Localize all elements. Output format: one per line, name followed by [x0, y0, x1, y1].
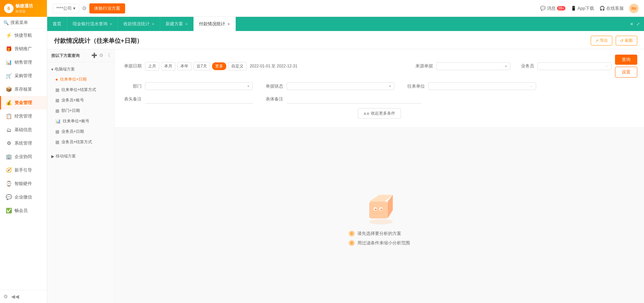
scheme-item-dept-date[interactable]: ▦ 部门+日期 [47, 105, 114, 116]
empty-hint-1: ① 请先选择要分析的方案 [349, 231, 410, 237]
sidebar-item-label: 新手引导 [14, 167, 32, 173]
sidebar-search[interactable]: 🔍 搜索菜单 [0, 17, 47, 29]
scheme-mobile-group-title[interactable]: ▶ 移动端方案 [47, 151, 114, 161]
tab-home[interactable]: 首页 [47, 17, 67, 31]
marketing-icon: 🎁 [6, 46, 12, 52]
page-actions: ↗ 导出 ↺ 刷新 [591, 36, 637, 46]
sidebar-item-finance[interactable]: 💰 资金管理 [0, 96, 47, 110]
svg-point-7 [381, 209, 382, 210]
scheme-header-label: 按以下方案查询 [51, 53, 80, 59]
close-all-icon[interactable]: ✕ [630, 22, 634, 27]
scheme-item-counterpart-date[interactable]: ● 往来单位+日期 [47, 74, 114, 85]
payment-tab-close[interactable]: ✕ [227, 22, 230, 26]
user-avatar[interactable]: Rit [629, 4, 639, 13]
sidebar-item-marketing[interactable]: 🎁 营销推广 [0, 42, 47, 56]
company-dropdown-icon: ▾ [73, 6, 76, 11]
doc-status-arrow: ▾ [389, 84, 391, 88]
tab-new-scheme[interactable]: 新建方案 ✕ [160, 17, 194, 31]
expand-icon[interactable]: ⤢ [636, 22, 640, 27]
scheme-item-icon-3: ▦ [55, 108, 59, 113]
scheme-panel: 按以下方案查询 ➕ ⚙ 《 ▾ 电脑端方案 ● 往来单位+日期 [47, 49, 115, 303]
doc-status-select[interactable]: ▾ [287, 82, 394, 90]
date-btn-this-year[interactable]: 本年 [177, 62, 192, 70]
scheme-collapse-btn[interactable]: 《 [106, 53, 110, 59]
sidebar-item-base[interactable]: 🗂 基础信息 [0, 123, 47, 137]
collapse-btn[interactable]: ∧∧ 收起更多条件 [358, 108, 401, 119]
export-icon: ↗ [595, 38, 598, 43]
dept-select[interactable]: ▾ [145, 82, 253, 90]
new-scheme-tab-close[interactable]: ✕ [185, 22, 188, 26]
scheme-desktop-group: ▾ 电脑端方案 ● 往来单位+日期 ▦ 往来单位+结算方式 ▦ 业务员+账号 [47, 62, 114, 149]
settings-bottom-icon[interactable]: ⚙ [3, 294, 8, 300]
hardware-icon: ⌚ [6, 181, 12, 187]
scheme-settings-btn[interactable]: ⚙ [99, 53, 104, 59]
purchase-icon: 🛒 [6, 73, 12, 79]
sidebar-item-quick-nav[interactable]: ⚡ 快捷导航 [0, 29, 47, 42]
dept-arrow: ▾ [247, 84, 249, 88]
search-icon: 🔍 [3, 20, 9, 25]
staff-label: 业务员 [514, 63, 534, 69]
scheme-item-icon-2: ▦ [55, 98, 59, 103]
sidebar-item-label: 营销推广 [14, 46, 32, 52]
table-header-note-input[interactable] [145, 95, 253, 103]
sidebar-item-label: 销售管理 [14, 59, 32, 65]
counterpart-select[interactable]: ··· [428, 82, 536, 90]
sidebar-item-member[interactable]: ✅ 畅会员 [0, 204, 47, 217]
wechat-icon: 💬 [6, 194, 12, 200]
empty-hint-2: ② 用过滤条件来缩小分析范围 [349, 240, 410, 246]
scheme-item-staff-settle[interactable]: ▦ 业务员+结算方式 [47, 137, 114, 147]
source-doc-select[interactable]: ▾ [436, 62, 510, 70]
date-btn-last-7days[interactable]: 近7天 [194, 62, 210, 70]
date-btn-more[interactable]: 更多 [212, 62, 226, 70]
hint-num-1: ① [349, 231, 355, 237]
sidebar-item-purchase[interactable]: 🛒 采购管理 [0, 69, 47, 83]
receipt-tab-label: 收款情况统计 [123, 21, 150, 27]
sidebar-item-sales[interactable]: 📊 销售管理 [0, 56, 47, 69]
scheme-add-btn[interactable]: ➕ [91, 53, 97, 59]
app-download-btn[interactable]: 📱 App下载 [571, 5, 594, 11]
scheme-item-counterpart-settle[interactable]: ▦ 往来单位+结算方式 [47, 85, 114, 95]
scheme-header: 按以下方案查询 ➕ ⚙ 《 [47, 49, 114, 62]
date-btn-last-month[interactable]: 上月 [145, 62, 159, 70]
company-selector[interactable]: ****公司 ▾ [53, 4, 79, 13]
receipt-tab-close[interactable]: ✕ [152, 22, 154, 26]
sidebar-bottom: ⚙ ◀◀ [0, 290, 47, 303]
sidebar-item-wechat[interactable]: 💬 企业微信 [0, 190, 47, 204]
sidebar-nav: ⚡ 快捷导航 🎁 营销推广 📊 销售管理 🛒 采购管理 📦 库存核算 💰 资金管… [0, 29, 47, 290]
scheme-item-counterpart-account[interactable]: 📊 往来单位+账号 [47, 116, 114, 126]
finance-icon: 💰 [6, 100, 12, 106]
trial-btn[interactable]: 体验行业方案 [89, 3, 125, 13]
topbar-right: 💬 消息 99+ 📱 App下载 🎧 在线客服 Rit [540, 4, 639, 13]
messages-btn[interactable]: 💬 消息 99+ [540, 5, 565, 11]
query-btn[interactable]: 查询 [615, 55, 637, 65]
empty-texts: ① 请先选择要分析的方案 ② 用过滤条件来缩小分析范围 [349, 231, 410, 246]
collapse-sidebar-icon[interactable]: ◀◀ [11, 294, 19, 300]
sidebar-item-system[interactable]: ⚙ 系统管理 [0, 137, 47, 150]
bank-tab-label: 现金银行流水查询 [72, 21, 108, 27]
page-title-row: 付款情况统计（往来单位+日期） ↗ 导出 ↺ 刷新 [54, 36, 637, 46]
scheme-item-staff-date[interactable]: ▦ 业务员+日期 [47, 126, 114, 137]
tab-bank[interactable]: 现金银行流水查询 ✕ [67, 17, 118, 31]
date-btn-custom[interactable]: 自定义 [228, 62, 246, 70]
tab-payment-stat[interactable]: 付款情况统计 ✕ [194, 17, 236, 31]
date-range-display: 2022-01-01 至 2022-12-31 [250, 63, 297, 69]
export-btn[interactable]: ↗ 导出 [591, 36, 612, 46]
bank-tab-close[interactable]: ✕ [110, 22, 112, 26]
home-tab-label: 首页 [53, 21, 61, 27]
tab-receipt[interactable]: 收款情况统计 ✕ [118, 17, 160, 31]
staff-select[interactable]: ··· [537, 62, 612, 70]
sidebar-item-inventory[interactable]: 📦 库存核算 [0, 83, 47, 96]
sidebar-item-guide[interactable]: 🧭 新手引导 [0, 163, 47, 177]
topbar-settings-icon[interactable]: ⚙ [82, 5, 87, 11]
filter-setting-btn[interactable]: 设置 [615, 67, 637, 78]
sidebar-item-hardware[interactable]: ⌚ 智能硬件 [0, 177, 47, 190]
table-body-note-input[interactable] [287, 95, 421, 103]
scheme-item-staff-account[interactable]: ▦ 业务员+账号 [47, 95, 114, 105]
date-btn-this-month[interactable]: 本月 [161, 62, 175, 70]
online-service-btn[interactable]: 🎧 在线客服 [599, 5, 624, 11]
sidebar-item-operation[interactable]: 📋 经营管理 [0, 110, 47, 123]
empty-cube-svg [359, 185, 400, 225]
refresh-btn[interactable]: ↺ 刷新 [616, 36, 637, 46]
sidebar-item-corp[interactable]: 🏢 企业协同 [0, 150, 47, 163]
scheme-desktop-group-title[interactable]: ▾ 电脑端方案 [47, 64, 114, 74]
